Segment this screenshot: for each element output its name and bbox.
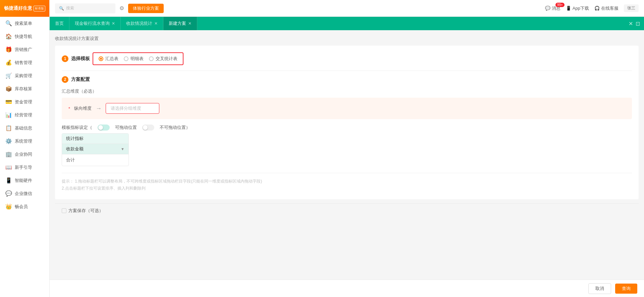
sidebar-icon-search-menu: 🔍	[5, 20, 12, 27]
sidebar-item-marketing[interactable]: 🎁营销推广	[0, 43, 49, 56]
sidebar-item-sales[interactable]: 💰销售管理	[0, 56, 49, 69]
sidebar-item-enterprise[interactable]: 🏢企业协同	[0, 148, 49, 161]
hints-section: 提示： 1.拖动标题栏可以调整布局，不可跨维度或指标区域拖动栏目字段(只能在同一…	[62, 173, 632, 191]
sidebar-item-smart-hw[interactable]: 📱智能硬件	[0, 174, 49, 187]
sidebar-label-quick-nav: 快捷导航	[15, 34, 32, 40]
amount-label: 收款金额	[66, 146, 84, 152]
app-download-btn[interactable]: 📱 App下载	[566, 5, 589, 11]
sidebar-label-sales: 销售管理	[15, 60, 32, 66]
close-all-icon[interactable]: ✕	[629, 20, 633, 27]
amount-row-header[interactable]: 收款金额 ▼	[62, 144, 128, 154]
sidebar-item-search-menu[interactable]: 🔍搜索菜单	[0, 17, 49, 30]
sidebar-label-operation: 经营管理	[15, 112, 32, 118]
tab-close-bank-flow[interactable]: ✕	[112, 21, 115, 26]
hint-line-2: 2.点击标题栏下拉可设置排序、插入列和删除列	[62, 186, 632, 191]
dimension-area: * 纵向维度 → 请选择分组维度	[62, 98, 632, 119]
arrow-icon: →	[96, 105, 102, 112]
sidebar-item-basic-info[interactable]: 📋基础信息	[0, 121, 49, 135]
sidebar-label-search-menu: 搜索菜单	[15, 20, 32, 27]
online-service-btn[interactable]: 🎧 在线客服	[594, 5, 619, 11]
cannot-drag-toggle	[142, 125, 154, 131]
tab-home[interactable]: 首页	[50, 17, 69, 30]
sidebar-icon-enterprise: 🏢	[5, 151, 12, 157]
step2-title: 方案配置	[71, 77, 90, 83]
metrics-table: 统计指标 收款金额 ▼ 合计	[62, 133, 129, 166]
dropdown-icon: ▼	[121, 147, 124, 151]
metrics-label-row: 模板指标设定（ 可拖动位置 不可拖动位置）	[62, 125, 632, 131]
sidebar-item-quick-nav[interactable]: 🏠快捷导航	[0, 30, 49, 43]
total-cell: 合计	[62, 154, 128, 166]
hint-line-1: 提示： 1.拖动标题栏可以调整布局，不可跨维度或指标区域拖动栏目字段(只能在同一…	[62, 179, 632, 184]
radio-summary[interactable]: 汇总表	[99, 56, 118, 62]
sidebar-item-member[interactable]: 👑畅会员	[0, 200, 49, 213]
save-label: 方案保存（可选）	[68, 208, 103, 214]
msg-badge: 99+	[555, 3, 565, 7]
tab-label-bank-flow: 现金银行流水查询	[75, 20, 110, 27]
message-icon: 💬	[545, 6, 550, 11]
metrics-section: 模板指标设定（ 可拖动位置 不可拖动位置） 统计指标 收款金额 ▼	[62, 125, 632, 166]
radio-cross[interactable]: 交叉统计表	[149, 56, 177, 62]
template-options-box: 汇总表 明细表 交叉统计表	[93, 52, 183, 65]
save-checkbox[interactable]	[62, 208, 66, 213]
radio-detail-circle	[124, 56, 128, 61]
sidebar-icon-operation: 📊	[5, 112, 12, 118]
sidebar-label-marketing: 营销推广	[15, 47, 32, 53]
tab-bank-flow[interactable]: 现金银行流水查询✕	[69, 17, 121, 30]
step2-badge: 2	[62, 76, 68, 83]
dimension-section-title: 汇总维度（必选）	[62, 88, 632, 94]
dimension-select[interactable]: 请选择分组维度	[106, 103, 159, 114]
app-label: App下载	[573, 5, 589, 11]
sidebar-icon-marketing: 🎁	[5, 46, 12, 53]
radio-cross-circle	[149, 56, 154, 61]
sidebar-label-basic-info: 基础信息	[15, 125, 32, 131]
sidebar-label-smart-hw: 智能硬件	[15, 178, 32, 184]
tab-new-plan[interactable]: 新建方案✕	[163, 17, 197, 30]
radio-summary-circle	[99, 56, 103, 61]
industry-btn[interactable]: 体验行业方案	[128, 4, 164, 13]
divider1	[62, 70, 632, 71]
tab-receipt-stats[interactable]: 收款情况统计✕	[121, 17, 163, 30]
user-info[interactable]: 张三	[624, 4, 639, 12]
radio-detail-label: 明细表	[130, 56, 144, 62]
radio-detail[interactable]: 明细表	[124, 56, 144, 62]
settings-icon[interactable]: ⚙	[119, 5, 124, 11]
sidebar-icon-inventory: 📦	[5, 86, 12, 92]
message-btn[interactable]: 💬 消息 99+	[545, 5, 560, 11]
sidebar-item-newbie[interactable]: 📖新手引导	[0, 161, 49, 174]
sidebar-item-purchase[interactable]: 🛒采购管理	[0, 69, 49, 82]
save-option-label[interactable]: 方案保存（可选）	[62, 208, 632, 214]
query-button[interactable]: 查询	[615, 284, 637, 294]
can-drag-label: 可拖动位置	[115, 125, 137, 131]
topbar-search[interactable]: 🔍 搜索	[55, 3, 115, 13]
action-bar: 取消 查询	[50, 280, 644, 297]
sidebar-icon-sys-mgmt: ⚙️	[5, 138, 12, 144]
sidebar-icon-purchase: 🛒	[5, 72, 12, 79]
cancel-button[interactable]: 取消	[588, 283, 611, 294]
maximize-icon[interactable]: ⊡	[636, 20, 640, 27]
search-icon: 🔍	[59, 6, 64, 11]
sidebar-item-sys-mgmt[interactable]: ⚙️系统管理	[0, 135, 49, 148]
service-icon: 🎧	[594, 6, 600, 11]
metrics-table-header: 统计指标	[62, 134, 128, 144]
logo-text: 畅捷通好生意	[4, 5, 32, 11]
step1-header: 1 选择模板 汇总表 明细表 交叉统计表	[62, 52, 632, 65]
search-placeholder: 搜索	[66, 5, 74, 11]
can-drag-toggle[interactable]	[98, 125, 110, 131]
tab-close-receipt-stats[interactable]: ✕	[154, 21, 158, 26]
sidebar-label-finance: 资金管理	[15, 99, 32, 105]
sidebar-label-newbie: 新手引导	[15, 164, 32, 170]
sidebar-label-member: 畅会员	[15, 204, 28, 210]
sidebar-item-finance[interactable]: 💳资金管理	[0, 95, 49, 108]
tab-label-receipt-stats: 收款情况统计	[126, 20, 152, 27]
sidebar-item-wechat[interactable]: 💬企业微信	[0, 187, 49, 200]
username: 张三	[627, 6, 635, 10]
tab-label-new-plan: 新建方案	[169, 20, 186, 27]
radio-cross-label: 交叉统计表	[156, 56, 177, 62]
sidebar-item-operation[interactable]: 📊经营管理	[0, 108, 49, 121]
sidebar-label-purchase: 采购管理	[15, 73, 32, 79]
sidebar: 畅捷通好生意 标准版 🔍搜索菜单🏠快捷导航🎁营销推广💰销售管理🛒采购管理📦库存核…	[0, 0, 50, 297]
sidebar-icon-sales: 💰	[5, 59, 12, 66]
sidebar-item-inventory[interactable]: 📦库存核算	[0, 82, 49, 95]
tab-close-new-plan[interactable]: ✕	[188, 21, 192, 26]
footer-save: 方案保存（可选）	[55, 203, 639, 218]
